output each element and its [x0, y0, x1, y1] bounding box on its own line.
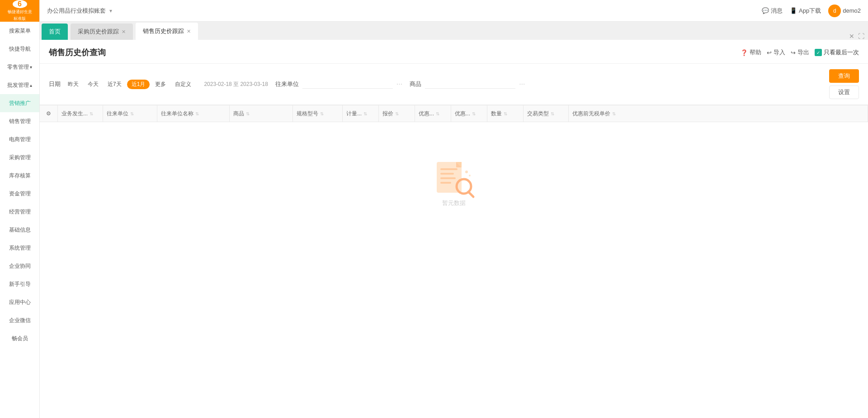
date-7days[interactable]: 近7天	[104, 80, 125, 89]
col-unit-code[interactable]: 往来单位 ⇅	[103, 105, 157, 122]
avatar: d	[828, 5, 841, 17]
sidebar-item-guide[interactable]: 新手引导	[0, 275, 39, 293]
sidebar-item-sales-mgmt[interactable]: 销售管理	[0, 112, 39, 130]
import-label: 导入	[774, 48, 785, 57]
sidebar-item-quick-nav[interactable]: 快捷导航	[0, 40, 39, 58]
col-unit-label: 计量...	[346, 110, 362, 118]
sidebar-item-member[interactable]: 畅会员	[0, 329, 39, 347]
sidebar-item-search[interactable]: 搜索菜单	[0, 22, 39, 40]
data-table: ⚙ 业务发生... ⇅ 往来单位 ⇅ 往来单位名称 ⇅ 商品 ⇅	[40, 105, 868, 243]
col-unit-name-label: 往来单位名称	[161, 110, 193, 118]
col-unit-name[interactable]: 往来单位名称 ⇅	[157, 105, 230, 122]
sidebar-item-ecommerce[interactable]: 电商管理	[0, 130, 39, 148]
help-label: 帮助	[750, 48, 761, 57]
sort-qty-icon: ⇅	[504, 111, 507, 116]
retail-arrow: ▾	[30, 65, 32, 70]
user-name: demo2	[843, 7, 861, 14]
logo-text: 畅捷通好生意	[8, 9, 32, 15]
table-header: ⚙ 业务发生... ⇅ 往来单位 ⇅ 往来单位名称 ⇅ 商品 ⇅	[40, 105, 868, 122]
sort-spec-icon: ⇅	[320, 111, 324, 116]
workspace-dropdown[interactable]: ▾	[109, 8, 112, 14]
tab-purchase-close[interactable]: ✕	[122, 29, 126, 35]
col-trade[interactable]: 交易类型 ⇅	[524, 105, 569, 122]
col-price[interactable]: 报价 ⇅	[379, 105, 415, 122]
sidebar-item-app-center[interactable]: 应用中心	[0, 293, 39, 311]
sidebar-item-inventory[interactable]: 库存核算	[0, 166, 39, 185]
tab-sales-close[interactable]: ✕	[187, 28, 191, 34]
col-qty[interactable]: 数量 ⇅	[487, 105, 524, 122]
import-icon: ↩	[767, 49, 772, 56]
sidebar-item-purchase-mgmt[interactable]: 采购管理	[0, 148, 39, 166]
product-filter-group: 商品 ···	[410, 80, 525, 89]
enterprise-label: 企业协同	[9, 262, 31, 270]
finance-label: 资金管理	[9, 190, 31, 198]
col-spec[interactable]: 规格型号 ⇅	[293, 105, 343, 122]
date-yesterday[interactable]: 昨天	[64, 80, 82, 89]
svg-point-9	[465, 171, 468, 173]
ecommerce-label: 电商管理	[9, 136, 31, 143]
retail-label: 零售管理	[7, 63, 29, 71]
sidebar-item-wholesale[interactable]: 批发管理 ▴	[0, 76, 39, 94]
col-discount1-label: 优惠...	[419, 110, 434, 118]
product-dots-btn[interactable]: ···	[519, 80, 525, 88]
sidebar-item-marketing[interactable]: 营销推广	[0, 94, 39, 112]
svg-rect-3	[440, 177, 456, 179]
app-download-btn[interactable]: 📱 App下载	[790, 7, 821, 15]
sidebar-item-retail[interactable]: 零售管理 ▾	[0, 58, 39, 76]
sidebar-item-enterprise[interactable]: 企业协同	[0, 257, 39, 275]
sort-unit-name-icon: ⇅	[195, 111, 199, 116]
maximize-btn[interactable]: ⛶	[858, 33, 864, 40]
only-last-checkbox[interactable]: ✓	[815, 49, 822, 56]
col-trade-label: 交易类型	[527, 110, 549, 118]
date-1month[interactable]: 近1月	[127, 80, 150, 89]
product-input[interactable]	[425, 80, 515, 89]
unit-input[interactable]	[302, 80, 393, 89]
col-date[interactable]: 业务发生... ⇅	[58, 105, 103, 122]
only-last-item[interactable]: ✓ 只看最后一次	[815, 48, 859, 57]
sidebar-item-wechat[interactable]: 企业微信	[0, 311, 39, 329]
app-download-label: App下载	[799, 7, 821, 15]
settings-button[interactable]: 设置	[829, 86, 859, 99]
col-discount1[interactable]: 优惠... ⇅	[415, 105, 451, 122]
marketing-label: 营销推广	[9, 100, 31, 107]
export-btn[interactable]: ↪ 导出	[791, 48, 809, 57]
member-label: 畅会员	[12, 335, 28, 342]
sort-discount1-icon: ⇅	[436, 111, 439, 116]
sidebar-item-finance[interactable]: 资金管理	[0, 185, 39, 203]
date-options: 昨天 今天 近7天 近1月 更多 自定义	[64, 80, 195, 89]
tab-sales[interactable]: 销售历史价跟踪 ✕	[136, 23, 198, 40]
close-all-btn[interactable]: ✕	[849, 33, 854, 40]
sort-trade-icon: ⇅	[551, 111, 554, 116]
basic-info-label: 基础信息	[9, 226, 31, 234]
col-unit-code-label: 往来单位	[107, 110, 128, 118]
sidebar-item-basic-info[interactable]: 基础信息	[0, 221, 39, 239]
page-title: 销售历史价查询	[49, 47, 106, 58]
app-subtitle: 标准版	[14, 16, 26, 22]
guide-label: 新手引导	[9, 280, 31, 288]
col-product[interactable]: 商品 ⇅	[230, 105, 293, 122]
sidebar-item-operations[interactable]: 经营管理	[0, 203, 39, 221]
date-more[interactable]: 更多	[151, 80, 170, 89]
col-settings[interactable]: ⚙	[40, 105, 58, 122]
user-profile[interactable]: d demo2	[828, 5, 861, 17]
sort-unit-icon: ⇅	[363, 111, 367, 116]
purchase-mgmt-label: 采购管理	[9, 154, 31, 162]
help-btn[interactable]: ❓ 帮助	[741, 48, 761, 57]
tab-home[interactable]: 首页	[42, 24, 68, 40]
unit-dots-btn[interactable]: ···	[396, 80, 402, 88]
message-label: 消息	[771, 7, 783, 15]
empty-text: 暂元数据	[442, 199, 466, 207]
message-btn[interactable]: 💬 消息	[762, 7, 783, 15]
svg-rect-4	[440, 182, 451, 184]
date-today[interactable]: 今天	[84, 80, 102, 89]
col-discount2[interactable]: 优惠... ⇅	[451, 105, 487, 122]
import-btn[interactable]: ↩ 导入	[767, 48, 785, 57]
col-unit[interactable]: 计量... ⇅	[343, 105, 379, 122]
date-custom[interactable]: 自定义	[171, 80, 195, 89]
col-tax-price[interactable]: 优惠前无税单价 ⇅	[569, 105, 868, 122]
sort-discount2-icon: ⇅	[472, 111, 476, 116]
sidebar-item-system[interactable]: 系统管理	[0, 239, 39, 257]
tab-purchase[interactable]: 采购历史价跟踪 ✕	[71, 24, 133, 40]
sort-date-icon: ⇅	[90, 111, 93, 116]
query-button[interactable]: 查询	[829, 69, 859, 83]
